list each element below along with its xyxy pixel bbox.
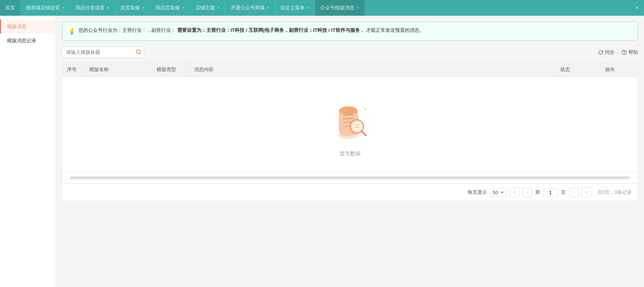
prev-page-button[interactable] (523, 187, 532, 197)
sidebar: 模版消息 模版消息记录 (0, 16, 56, 287)
nav-tab-shop-theme[interactable]: 店铺主题 × (190, 0, 225, 16)
empty-illustration (328, 100, 373, 144)
search-input[interactable] (62, 47, 144, 58)
nav-tab-product-decor-label: 商品页装修 (155, 4, 180, 11)
toolbar-right: 同步 | 帮助 (598, 49, 638, 56)
page-size-value: 50 (493, 190, 498, 195)
nav-tab-template-msg-label: 公众号模版消息 (320, 4, 354, 11)
close-shop-setting-icon[interactable]: × (62, 5, 65, 10)
next-page-button[interactable] (569, 187, 579, 197)
nav-tab-open-wechat-shop-label: 开通公众号商城 (231, 4, 265, 11)
close-template-msg-icon[interactable]: × (357, 5, 359, 10)
notice-suffix: 才能正常发送预置的消息。 (366, 27, 424, 33)
close-product-decor-icon[interactable]: × (182, 5, 185, 10)
search-button[interactable] (136, 49, 141, 56)
notice-prefix: 您的公众号行业为：主营行业：，副营行业： (78, 27, 176, 33)
nav-tab-shop-setting[interactable]: 微商城店铺设置 × (21, 0, 70, 16)
close-open-wechat-shop-icon[interactable]: × (267, 5, 269, 10)
first-page-icon (513, 190, 517, 194)
toolbar-divider: | (617, 49, 619, 55)
help-label: 帮助 (628, 49, 638, 56)
nav-tab-category-setting[interactable]: 商品分类设置 × (70, 0, 115, 16)
search-bar: 同步 | 帮助 (62, 47, 638, 58)
sync-label: 同步 (605, 49, 614, 56)
help-icon (622, 50, 627, 55)
close-shop-theme-icon[interactable]: × (217, 5, 220, 10)
col-header-action: 操作 (601, 62, 638, 77)
scrollbar-area (62, 172, 638, 183)
nav-tab-homepage-decor-label: 首页装修 (120, 4, 140, 11)
svg-point-11 (352, 122, 361, 131)
close-all-tabs-button[interactable]: × (630, 4, 644, 11)
close-category-setting-icon[interactable]: × (107, 5, 110, 10)
last-page-button[interactable] (582, 187, 591, 197)
page-size-select[interactable]: 50 (490, 188, 506, 197)
nav-tab-shop-theme-label: 店铺主题 (195, 4, 215, 11)
nav-tab-homepage-decor[interactable]: 首页装修 × (115, 0, 150, 16)
svg-point-5 (339, 107, 358, 115)
notice-text: 您的公众号行业为：主营行业：，副营行业： 需要设置为：主营行业：IT科技 / 互… (78, 27, 424, 34)
close-custom-menu-icon[interactable]: × (307, 5, 309, 10)
top-nav: 首页 微商城店铺设置 × 商品分类设置 × 首页装修 × 商品页装修 × 店铺主… (0, 0, 644, 16)
svg-point-15 (364, 108, 366, 110)
bulb-icon: 💡 (68, 27, 76, 36)
nav-tab-template-msg[interactable]: 公众号模版消息 × (315, 0, 365, 16)
col-header-status: 状态 (556, 62, 601, 77)
sidebar-item-template-msg-label: 模版消息 (7, 24, 27, 29)
close-homepage-decor-icon[interactable]: × (142, 5, 145, 10)
next-page-icon (572, 190, 576, 194)
help-button[interactable]: 帮助 (622, 49, 638, 56)
svg-line-12 (361, 131, 366, 135)
chevron-down-icon (500, 190, 504, 195)
notice-highlight: 需要设置为：主营行业：IT科技 / 互联网|电子商务，副营行业：IT科技 / I… (177, 27, 365, 33)
nav-tab-category-setting-label: 商品分类设置 (76, 4, 105, 11)
nav-tab-home-label: 首页 (5, 4, 15, 11)
nav-tab-custom-menu-label: 自定义菜单 (280, 4, 305, 11)
search-input-wrap (62, 47, 144, 58)
search-icon (136, 49, 141, 55)
empty-svg-icon (328, 100, 373, 144)
table-body: 暂无数据 (62, 77, 638, 172)
pagination-wrap: 每页显示 50 第 页 (62, 183, 638, 201)
first-page-button[interactable] (510, 187, 520, 197)
nav-tab-open-wechat-shop[interactable]: 开通公众号商城 × (225, 0, 275, 16)
col-header-name: 模版名称 (85, 62, 152, 77)
table-header: 序号 模版名称 模版类型 消息内容 状态 操作 (62, 62, 638, 77)
svg-point-16 (367, 112, 369, 113)
main-layout: 模版消息 模版消息记录 💡 您的公众号行业为：主营行业：，副营行业： 需要设置为… (0, 16, 644, 287)
notice-banner: 💡 您的公众号行业为：主营行业：，副营行业： 需要设置为：主营行业：IT科技 /… (62, 22, 638, 41)
sidebar-item-template-msg[interactable]: 模版消息 (0, 19, 56, 34)
prev-page-icon (526, 190, 529, 194)
empty-state-row: 暂无数据 (62, 77, 638, 172)
empty-text: 暂无数据 (62, 150, 638, 157)
page-suffix: 页 (561, 189, 566, 196)
sync-button[interactable]: 同步 (598, 49, 614, 56)
col-header-content: 消息内容 (189, 62, 556, 77)
main-content: 💡 您的公众号行业为：主营行业：，副营行业： 需要设置为：主营行业：IT科技 /… (56, 16, 644, 287)
sync-icon (598, 50, 603, 55)
col-header-seq: 序号 (62, 62, 85, 77)
page-label: 第 (535, 189, 540, 196)
page-number-input[interactable] (543, 188, 558, 197)
page-total: 共0页，0条记录 (597, 189, 632, 196)
last-page-icon (585, 190, 588, 194)
nav-tab-product-decor[interactable]: 商品页装修 × (150, 0, 190, 16)
page-size-label: 每页显示 (468, 189, 487, 196)
col-header-type: 模版类型 (152, 62, 189, 77)
sidebar-item-template-msg-record-label: 模版消息记录 (7, 38, 36, 43)
svg-line-1 (139, 53, 141, 54)
scrollbar-track[interactable] (70, 176, 630, 179)
empty-state: 暂无数据 (62, 77, 638, 172)
search-left (62, 47, 144, 58)
data-table: 序号 模版名称 模版类型 消息内容 状态 操作 (62, 62, 638, 172)
table-header-row: 序号 模版名称 模版类型 消息内容 状态 操作 (62, 62, 638, 77)
nav-tab-home[interactable]: 首页 (0, 0, 21, 16)
nav-tab-shop-setting-label: 微商城店铺设置 (26, 4, 60, 11)
svg-point-17 (363, 106, 364, 107)
nav-tab-custom-menu[interactable]: 自定义菜单 × (275, 0, 315, 16)
sidebar-item-template-msg-record[interactable]: 模版消息记录 (0, 34, 56, 48)
